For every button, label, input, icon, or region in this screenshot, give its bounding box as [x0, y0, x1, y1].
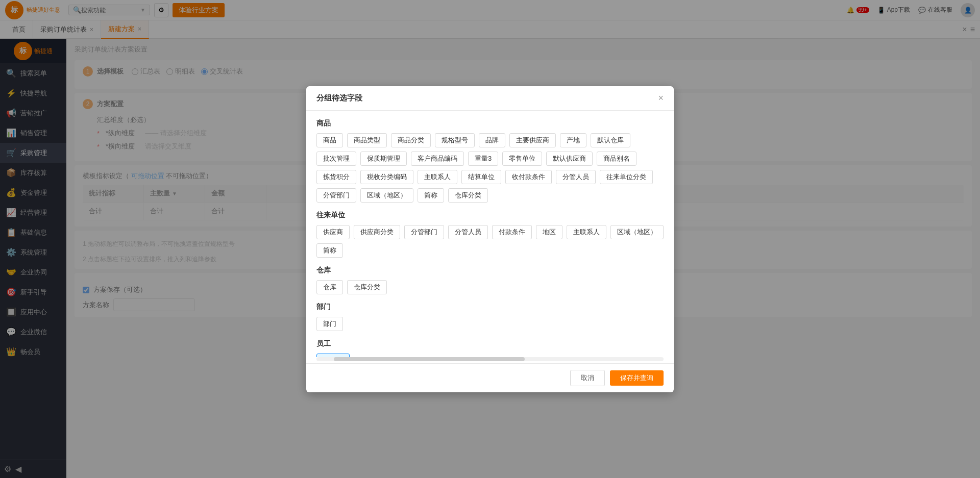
modal-confirm-button[interactable]: 保存并查询 — [610, 370, 664, 386]
section-warehouse-fields: 仓库仓库分类 — [316, 280, 664, 294]
section-department-fields: 部门 — [316, 317, 664, 331]
field-tag[interactable]: 默认供应商 — [546, 152, 593, 166]
field-tag[interactable]: 仓库 — [316, 280, 343, 294]
field-tag[interactable]: 仓库分类 — [347, 280, 387, 294]
field-tag[interactable]: 简称 — [316, 243, 343, 258]
field-tag[interactable]: 供应商 — [316, 225, 350, 239]
section-partner: 往来单位 供应商供应商分类分管部门分管人员付款条件地区主联系人区域（地区）简称 — [316, 211, 664, 258]
horizontal-scrollbar[interactable] — [316, 357, 664, 361]
field-tag[interactable]: 商品类型 — [347, 133, 387, 147]
field-tag[interactable]: 品牌 — [479, 133, 505, 147]
field-tag[interactable]: 产地 — [560, 133, 586, 147]
section-employee: 员工 业务员 — [316, 339, 664, 357]
section-department-title: 部门 — [316, 303, 664, 312]
field-tag[interactable]: 收付款条件 — [505, 170, 552, 184]
field-tag[interactable]: 默认仓库 — [591, 133, 630, 147]
field-tag[interactable]: 主联系人 — [418, 170, 457, 184]
field-tag[interactable]: 主要供应商 — [509, 133, 556, 147]
field-tag[interactable]: 往来单位分类 — [600, 170, 653, 184]
modal-scrollbar-area — [306, 357, 674, 363]
field-tag[interactable]: 主联系人 — [567, 225, 606, 239]
section-warehouse: 仓库 仓库仓库分类 — [316, 266, 664, 294]
modal-overlay: 分组待选字段 × 商品 商品商品类型商品分类规格型号品牌主要供应商产地默认仓库批… — [0, 0, 980, 478]
field-tag[interactable]: 仓库分类 — [448, 188, 488, 203]
scrollbar-thumb — [334, 357, 525, 361]
field-tag[interactable]: 规格型号 — [435, 133, 475, 147]
field-tag[interactable]: 重量3 — [468, 152, 498, 166]
modal-title: 分组待选字段 — [316, 93, 362, 103]
section-goods: 商品 商品商品类型商品分类规格型号品牌主要供应商产地默认仓库批次管理保质期管理客… — [316, 119, 664, 203]
field-tag[interactable]: 税收分类编码 — [360, 170, 413, 184]
modal-header: 分组待选字段 × — [306, 86, 674, 111]
field-tag[interactable]: 商品分类 — [391, 133, 431, 147]
field-tag[interactable]: 分管部门 — [316, 188, 356, 203]
field-tag[interactable]: 分管部门 — [404, 225, 444, 239]
field-tag[interactable]: 保质期管理 — [360, 152, 407, 166]
field-tag[interactable]: 分管人员 — [448, 225, 488, 239]
field-tag[interactable]: 分管人员 — [556, 170, 596, 184]
field-tag[interactable]: 批次管理 — [316, 152, 356, 166]
modal-footer: 取消 保存并查询 — [306, 363, 674, 392]
section-partner-title: 往来单位 — [316, 211, 664, 220]
section-employee-title: 员工 — [316, 339, 664, 348]
field-tag[interactable]: 区域（地区） — [360, 188, 413, 203]
field-tag[interactable]: 供应商分类 — [354, 225, 400, 239]
field-tag[interactable]: 业务员 — [316, 354, 350, 357]
field-select-modal: 分组待选字段 × 商品 商品商品类型商品分类规格型号品牌主要供应商产地默认仓库批… — [306, 86, 674, 392]
section-goods-title: 商品 — [316, 119, 664, 128]
field-tag[interactable]: 零售单位 — [502, 152, 542, 166]
field-tag[interactable]: 部门 — [316, 317, 343, 331]
field-tag[interactable]: 客户商品编码 — [411, 152, 464, 166]
field-tag[interactable]: 区域（地区） — [610, 225, 664, 239]
modal-cancel-button[interactable]: 取消 — [570, 370, 605, 386]
modal-body: 商品 商品商品类型商品分类规格型号品牌主要供应商产地默认仓库批次管理保质期管理客… — [306, 111, 674, 357]
field-tag[interactable]: 付款条件 — [492, 225, 532, 239]
modal-close-button[interactable]: × — [658, 93, 664, 103]
field-tag[interactable]: 商品别名 — [597, 152, 636, 166]
section-employee-fields: 业务员 — [316, 354, 664, 357]
section-warehouse-title: 仓库 — [316, 266, 664, 275]
field-tag[interactable]: 商品 — [316, 133, 343, 147]
section-goods-fields: 商品商品类型商品分类规格型号品牌主要供应商产地默认仓库批次管理保质期管理客户商品… — [316, 133, 664, 203]
section-department: 部门 部门 — [316, 303, 664, 331]
field-tag[interactable]: 简称 — [418, 188, 444, 203]
field-tag[interactable]: 地区 — [536, 225, 562, 239]
section-partner-fields: 供应商供应商分类分管部门分管人员付款条件地区主联系人区域（地区）简称 — [316, 225, 664, 258]
field-tag[interactable]: 结算单位 — [461, 170, 501, 184]
field-tag[interactable]: 拣货积分 — [316, 170, 356, 184]
